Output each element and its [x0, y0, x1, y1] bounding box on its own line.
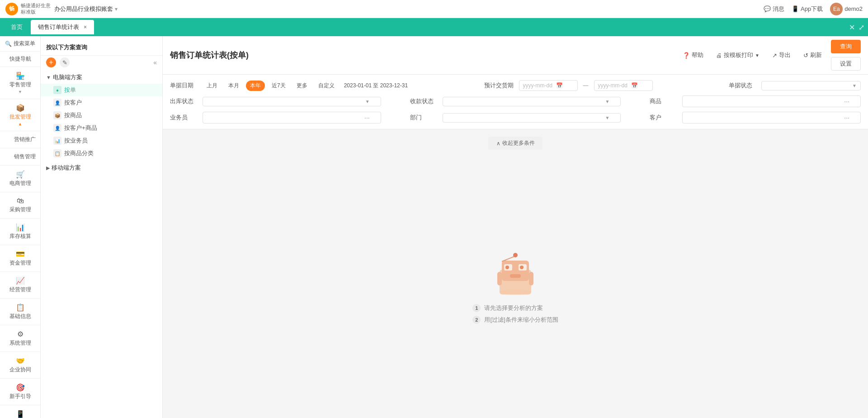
sidebar-item-wholesale[interactable]: 📦 批发管理 ▲ — [0, 99, 40, 131]
tab-close-icon[interactable]: × — [84, 24, 87, 30]
sidebar-item-cooperation[interactable]: 🤝 企业协同 — [0, 352, 40, 379]
salesperson-more-icon[interactable]: ··· — [364, 114, 370, 121]
window-close-btn[interactable]: ✕ — [849, 23, 855, 32]
message-btn[interactable]: 💬 消息 — [764, 5, 784, 13]
add-scheme-btn[interactable]: + — [46, 57, 56, 67]
main-layout: 🔍 搜索菜单 快捷导航 🏪 零售管理 ▼ 📦 批发管理 ▲ 营销推广 销售管理 … — [0, 36, 868, 418]
pc-group-header[interactable]: ▼ 电脑端方案 — [41, 71, 162, 84]
collapse-panel-btn[interactable]: « — [153, 59, 157, 66]
scheme-category-icon: 📋 — [53, 149, 61, 157]
svg-rect-9 — [529, 272, 533, 285]
sidebar-item-system[interactable]: ⚙ 系统管理 — [0, 325, 40, 352]
customer-select[interactable]: ··· — [682, 112, 861, 124]
shortcut-this-month[interactable]: 本月 — [224, 81, 243, 91]
sidebar-item-appstore[interactable]: 📱 应用中心 — [0, 405, 40, 418]
dropdown-icon[interactable]: ▾ — [115, 6, 118, 12]
scheme-by-customer[interactable]: 👤 按客户 — [41, 96, 162, 109]
left-panel: 按以下方案查询 + ✎ « ▼ 电脑端方案 ● 按单 👤 按客户 📦 — [41, 36, 163, 418]
shortcut-this-year[interactable]: 本年 — [246, 81, 265, 91]
user-profile[interactable]: Ea demo2 — [830, 3, 863, 15]
tab-bar: 首页 销售订单统计表 × ✕ ⤢ — [0, 18, 868, 36]
department-select[interactable]: ▼ — [443, 113, 621, 123]
shortcut-more[interactable]: 更多 — [292, 81, 311, 91]
scheme-product-icon: 📦 — [53, 111, 61, 119]
scheme-by-product[interactable]: 📦 按商品 — [41, 109, 162, 122]
predicted-date-end[interactable]: yyyy-mm-dd 📅 — [594, 80, 653, 91]
collection-status-select[interactable]: ▼ — [443, 97, 621, 106]
salesperson-select[interactable]: ··· — [203, 112, 381, 124]
shortcut-last-month[interactable]: 上月 — [203, 81, 222, 91]
scheme-by-salesperson[interactable]: 📊 按业务员 — [41, 134, 162, 147]
predicted-date-label: 预计交货期 — [484, 81, 514, 90]
shortcut-7days[interactable]: 近7天 — [268, 81, 290, 91]
app-download-btn[interactable]: 📱 App下载 — [792, 5, 823, 13]
empty-hint-2: 2 用[过滤]条件来缩小分析范围 — [472, 316, 558, 324]
dept-arrow-icon: ▼ — [605, 115, 609, 120]
wholesale-icon: 📦 — [16, 104, 25, 112]
status-select[interactable]: ▼ — [761, 81, 861, 90]
inventory-icon: 📊 — [16, 223, 25, 232]
filter-row-3: 业务员 ··· 部门 ▼ 客户 ··· — [170, 112, 861, 124]
calendar-icon-end: 📅 — [631, 82, 638, 89]
goods-select[interactable]: ··· — [682, 95, 861, 107]
tab-bar-right: ✕ ⤢ — [849, 23, 864, 32]
sidebar-search[interactable]: 🔍 搜索菜单 — [0, 36, 40, 52]
sidebar-item-newbie[interactable]: 🎯 新手引导 — [0, 379, 40, 405]
chevron-up-icon: ▲ — [18, 122, 22, 126]
cooperation-icon: 🤝 — [16, 356, 25, 365]
purchase-icon: 🛍 — [17, 197, 24, 205]
sidebar-item-inventory[interactable]: 📊 库存核算 — [0, 218, 40, 245]
window-expand-btn[interactable]: ⤢ — [859, 23, 864, 32]
delivery-status-select[interactable]: ▼ — [203, 97, 381, 106]
sidebar-item-sales[interactable]: 销售管理 — [0, 148, 40, 166]
sidebar-item-operations[interactable]: 📈 经营管理 — [0, 272, 40, 299]
top-bar-actions: 💬 消息 📱 App下载 Ea demo2 — [764, 3, 863, 15]
message-icon: 💬 — [764, 5, 771, 12]
edit-scheme-btn[interactable]: ✎ — [60, 57, 70, 67]
logo-icon: 畅 — [5, 3, 18, 15]
scheme-by-customer-product[interactable]: 👤 按客户+商品 — [41, 122, 162, 134]
department-label: 部门 — [410, 114, 437, 122]
shortcut-custom[interactable]: 自定义 — [314, 81, 339, 91]
page-title: 销售订单统计表(按单) — [170, 50, 249, 61]
goods-more-icon[interactable]: ··· — [844, 98, 849, 105]
collapse-filters-btn[interactable]: ∧ 收起更多条件 — [488, 137, 542, 150]
settings-button[interactable]: 设置 — [831, 57, 861, 71]
customer-more-icon[interactable]: ··· — [844, 114, 849, 121]
sidebar-item-ecommerce[interactable]: 🛒 电商管理 — [0, 166, 40, 192]
goods-label: 商品 — [650, 97, 677, 105]
export-btn[interactable]: ↗ 导出 — [769, 49, 794, 61]
scheme-by-order[interactable]: ● 按单 — [41, 84, 162, 96]
system-icon: ⚙ — [17, 330, 24, 338]
tab-home[interactable]: 首页 — [4, 20, 30, 34]
date-label: 单据日期 — [170, 81, 197, 90]
template-print-btn[interactable]: 🖨 按模板打印 ▼ — [712, 49, 763, 61]
pc-scheme-group: ▼ 电脑端方案 ● 按单 👤 按客户 📦 按商品 👤 按客户+商品 📊 按业 — [41, 71, 162, 160]
avatar: Ea — [830, 3, 843, 15]
sidebar-item-marketing[interactable]: 营销推广 — [0, 131, 40, 148]
left-panel-title: 按以下方案查询 — [46, 43, 157, 52]
collection-arrow-icon: ▼ — [605, 99, 609, 104]
workspace-title[interactable]: 办公用品行业模拟账套 ▾ — [54, 5, 760, 13]
refresh-btn[interactable]: ↺ 刷新 — [800, 49, 826, 61]
scheme-by-product-category[interactable]: 📋 按商品分类 — [41, 147, 162, 160]
date-range-display: 2023-01-01 至 2023-12-31 — [344, 82, 408, 90]
svg-rect-8 — [497, 272, 502, 285]
sidebar-item-retail[interactable]: 🏪 零售管理 ▼ — [0, 67, 40, 99]
collapse-up-icon: ∧ — [496, 140, 500, 147]
scheme-customer-icon: 👤 — [53, 99, 61, 107]
predicted-date-start[interactable]: yyyy-mm-dd 📅 — [519, 80, 578, 91]
sidebar-item-finance[interactable]: 💳 资金管理 — [0, 245, 40, 272]
query-button[interactable]: 查询 — [831, 40, 861, 53]
logo: 畅 畅捷通好生意 标准版 — [5, 3, 51, 15]
search-icon: 🔍 — [5, 41, 12, 47]
empty-hints: 1 请先选择要分析的方案 2 用[过滤]条件来缩小分析范围 — [472, 304, 558, 324]
mobile-group-header[interactable]: ▶ 移动端方案 — [41, 162, 162, 174]
sidebar-quick-nav[interactable]: 快捷导航 — [0, 52, 40, 67]
filter-area: 单据日期 上月 本月 本年 近7天 更多 自定义 2023-01-01 至 20… — [163, 75, 868, 129]
help-btn[interactable]: ❓ 帮助 — [679, 49, 707, 61]
delivery-arrow-icon: ▼ — [365, 99, 370, 104]
sidebar-item-purchase[interactable]: 🛍 采购管理 — [0, 192, 40, 218]
tab-sales-order-stats[interactable]: 销售订单统计表 × — [31, 20, 94, 34]
sidebar-item-basic[interactable]: 📋 基础信息 — [0, 299, 40, 325]
